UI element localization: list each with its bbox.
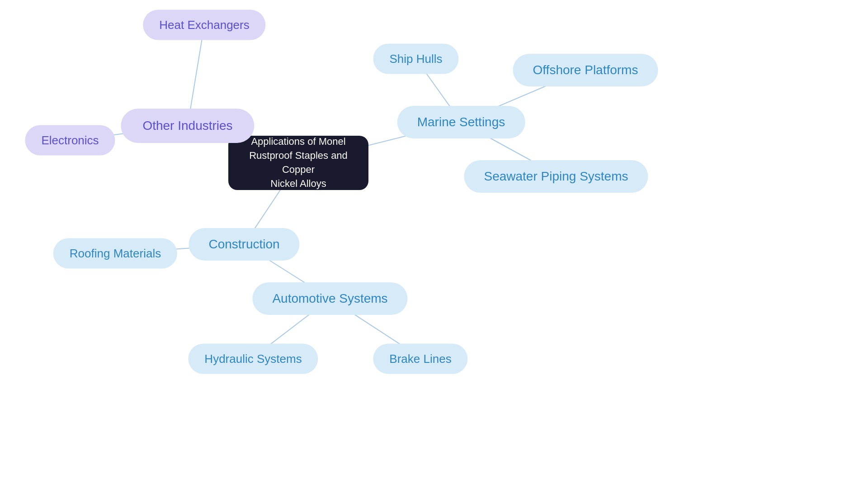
marine-settings-label: Marine Settings [417, 115, 505, 129]
other-industries-label: Other Industries [142, 119, 232, 133]
center-label: Applications of Monel Rustproof Staples … [237, 135, 359, 190]
roofing-materials-label: Roofing Materials [70, 247, 161, 261]
construction-label: Construction [208, 237, 279, 252]
other-industries-node[interactable]: Other Industries [121, 109, 254, 143]
electronics-label: Electronics [41, 133, 99, 147]
roofing-materials-node[interactable]: Roofing Materials [53, 238, 177, 269]
hydraulic-systems-label: Hydraulic Systems [204, 352, 302, 366]
heat-exchangers-node[interactable]: Heat Exchangers [143, 10, 265, 40]
ship-hulls-node[interactable]: Ship Hulls [373, 44, 458, 74]
heat-exchangers-label: Heat Exchangers [159, 18, 249, 32]
automotive-systems-label: Automotive Systems [272, 291, 387, 306]
construction-node[interactable]: Construction [189, 228, 299, 261]
center-node[interactable]: Applications of Monel Rustproof Staples … [228, 136, 368, 190]
brake-lines-label: Brake Lines [389, 352, 451, 366]
electronics-node[interactable]: Electronics [25, 125, 115, 156]
marine-settings-node[interactable]: Marine Settings [397, 106, 525, 138]
ship-hulls-label: Ship Hulls [389, 52, 442, 66]
automotive-systems-node[interactable]: Automotive Systems [252, 282, 407, 315]
brake-lines-node[interactable]: Brake Lines [373, 344, 467, 374]
offshore-platforms-node[interactable]: Offshore Platforms [513, 54, 658, 86]
offshore-platforms-label: Offshore Platforms [533, 63, 638, 77]
seawater-piping-label: Seawater Piping Systems [484, 169, 628, 184]
seawater-piping-node[interactable]: Seawater Piping Systems [464, 160, 648, 193]
hydraulic-systems-node[interactable]: Hydraulic Systems [188, 344, 318, 374]
